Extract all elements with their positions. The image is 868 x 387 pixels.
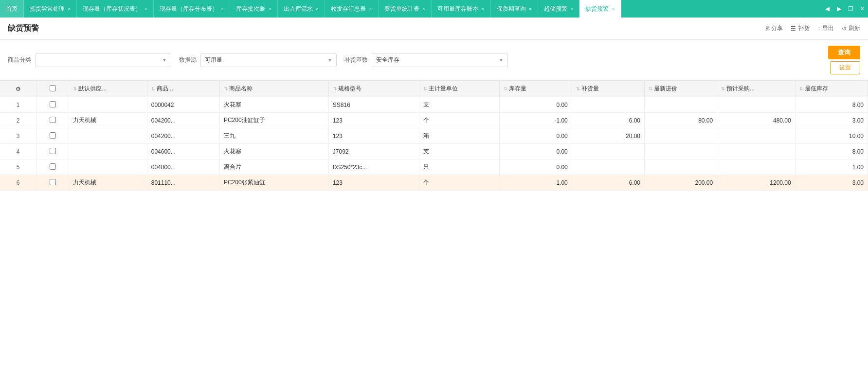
- tab-prev-btn[interactable]: ◀: [821, 5, 833, 12]
- sort-icon-stock: ⇅: [504, 86, 507, 91]
- cell-unit: 个: [419, 175, 499, 191]
- category-select[interactable]: ▼: [35, 53, 171, 67]
- cell-check[interactable]: [36, 159, 69, 175]
- th-replenish[interactable]: ⇅ 补货量: [572, 81, 644, 97]
- cell-estimate: [717, 144, 795, 159]
- tab-close-abnormal[interactable]: ×: [68, 6, 71, 12]
- row-checkbox[interactable]: [50, 132, 56, 139]
- cell-price: [644, 144, 717, 159]
- cell-min-stock: 8.00: [795, 97, 868, 113]
- th-unit[interactable]: ⇅ 主计量单位: [419, 81, 499, 97]
- tab-close-inventory-dist[interactable]: ×: [221, 6, 224, 12]
- settings-button[interactable]: 设置: [830, 61, 860, 74]
- tab-close-inout[interactable]: ×: [316, 6, 319, 12]
- tab-close-shortage[interactable]: ×: [612, 6, 615, 12]
- row-checkbox[interactable]: [50, 179, 56, 185]
- cell-code: 004200...: [147, 113, 219, 128]
- tab-shortage[interactable]: 缺货预警 ×: [579, 0, 621, 18]
- tab-close-available[interactable]: ×: [481, 6, 484, 12]
- replenish-button[interactable]: ☰ 补货: [791, 24, 810, 33]
- table-row: 1 0000042 火花塞 SS816 支 0.00 8.00: [0, 97, 868, 113]
- select-all-checkbox[interactable]: [50, 85, 56, 91]
- cell-estimate: [717, 159, 795, 175]
- cell-check[interactable]: [36, 128, 69, 144]
- tab-close-summary[interactable]: ×: [369, 6, 372, 12]
- cell-replenish: [572, 144, 644, 159]
- cell-stock: 0.00: [499, 159, 572, 175]
- tab-close-batch[interactable]: ×: [268, 6, 271, 12]
- replenish-icon: ☰: [791, 25, 796, 32]
- row-checkbox[interactable]: [50, 101, 56, 107]
- replenish-base-label: 补货基数: [344, 56, 368, 64]
- cell-unit: 支: [419, 144, 499, 159]
- tab-inventory-status[interactable]: 现存量（库存状况表） ×: [77, 0, 153, 18]
- tab-overstock[interactable]: 超储预警 ×: [538, 0, 579, 18]
- tab-fullclose-btn[interactable]: ✕: [856, 5, 868, 12]
- datasource-select[interactable]: 可用量 ▼: [200, 53, 337, 67]
- datasource-dropdown-icon: ▼: [327, 57, 332, 63]
- th-estimate[interactable]: ⇅ 预计采购...: [717, 81, 795, 97]
- tab-abnormal[interactable]: 拣货异常处理 ×: [24, 0, 77, 18]
- tab-batch[interactable]: 库存批次账 ×: [230, 0, 277, 18]
- cell-code: 004800...: [147, 159, 219, 175]
- sort-icon-min: ⇅: [799, 86, 803, 91]
- tab-restore-btn[interactable]: ❐: [845, 5, 856, 12]
- tab-bar: 首页 拣货异常处理 × 现存量（库存状况表） × 现存量（库存分布表） × 库存…: [0, 0, 868, 18]
- tab-available[interactable]: 可用量库存账本 ×: [432, 0, 490, 18]
- cell-stock: -1.00: [499, 113, 572, 128]
- shortage-table: ⚙ ⇅ 默认供应... ⇅ 商品...: [0, 81, 868, 191]
- sort-icon-unit: ⇅: [423, 86, 427, 91]
- cell-no: 5: [0, 159, 36, 175]
- cell-replenish: [572, 97, 644, 113]
- tab-expiry[interactable]: 保质期查询 ×: [491, 0, 538, 18]
- tab-summary[interactable]: 收发存汇总表 ×: [325, 0, 378, 18]
- th-code[interactable]: ⇅ 商品...: [147, 81, 219, 97]
- header-actions: ⎘ 分享 ☰ 补货 ↑ 导出 ↺ 刷新: [766, 24, 860, 33]
- export-button[interactable]: ↑ 导出: [817, 24, 834, 33]
- replenish-base-value: 安全库存: [376, 56, 399, 64]
- share-button[interactable]: ⎘ 分享: [766, 24, 783, 33]
- sort-icon-price: ⇅: [649, 86, 652, 91]
- cell-stock: 0.00: [499, 97, 572, 113]
- cell-stock: 0.00: [499, 144, 572, 159]
- cell-check[interactable]: [36, 97, 69, 113]
- page-header: 缺货预警 ⎘ 分享 ☰ 补货 ↑ 导出 ↺ 刷新: [0, 18, 868, 40]
- tab-inout[interactable]: 出入库流水 ×: [278, 0, 325, 18]
- tab-requisition[interactable]: 要货单统计表 ×: [379, 0, 432, 18]
- th-name[interactable]: ⇅ 商品名称: [219, 81, 328, 97]
- th-min-stock[interactable]: ⇅ 最低库存: [795, 81, 868, 97]
- cell-check[interactable]: [36, 175, 69, 191]
- cell-no: 4: [0, 144, 36, 159]
- sort-icon: ⇅: [73, 86, 77, 91]
- cell-estimate: [717, 97, 795, 113]
- th-check[interactable]: [36, 81, 69, 97]
- tab-inventory-dist[interactable]: 现存量（库存分布表） ×: [154, 0, 230, 18]
- query-button[interactable]: 查询: [828, 46, 860, 59]
- tab-home[interactable]: 首页: [0, 0, 24, 18]
- th-price[interactable]: ⇅ 最新进价: [644, 81, 717, 97]
- th-spec[interactable]: ⇅ 规格型号: [328, 81, 419, 97]
- tab-next-btn[interactable]: ▶: [833, 5, 845, 12]
- tab-close-requisition[interactable]: ×: [422, 6, 425, 12]
- cell-check[interactable]: [36, 113, 69, 128]
- row-checkbox[interactable]: [50, 148, 56, 154]
- tab-close-expiry[interactable]: ×: [529, 6, 532, 12]
- export-icon: ↑: [817, 25, 820, 32]
- refresh-button[interactable]: ↺ 刷新: [842, 24, 860, 33]
- cell-check[interactable]: [36, 144, 69, 159]
- row-checkbox[interactable]: [50, 163, 56, 170]
- datasource-select-value: 可用量: [205, 56, 222, 64]
- th-supplier[interactable]: ⇅ 默认供应...: [69, 81, 147, 97]
- replenish-base-select[interactable]: 安全库存 ▼: [372, 53, 508, 67]
- cell-replenish: 6.00: [572, 175, 644, 191]
- filter-group-datasource: 数据源 可用量 ▼: [179, 53, 337, 67]
- refresh-icon: ↺: [842, 25, 847, 32]
- row-checkbox[interactable]: [50, 117, 56, 123]
- cell-code: 004600...: [147, 144, 219, 159]
- filter-bar: 商品分类 ▼ 数据源 可用量 ▼ 补货基数 安全库存 ▼ 查询 设置: [0, 40, 868, 81]
- th-stock[interactable]: ⇅ 库存量: [499, 81, 572, 97]
- datasource-label: 数据源: [179, 56, 197, 64]
- tab-close-inventory-status[interactable]: ×: [144, 6, 147, 12]
- tab-close-overstock[interactable]: ×: [570, 6, 573, 12]
- th-settings[interactable]: ⚙: [0, 81, 36, 97]
